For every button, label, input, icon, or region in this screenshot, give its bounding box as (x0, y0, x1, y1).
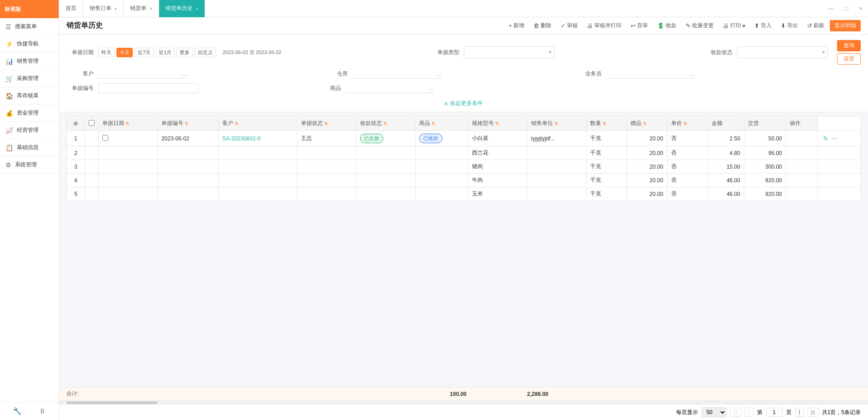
date-7days[interactable]: 近7天 (135, 48, 154, 57)
tab-sales-history-close[interactable]: × (196, 6, 198, 11)
date-1month[interactable]: 近1月 (156, 48, 175, 57)
horizontal-scrollbar[interactable] (59, 400, 868, 404)
tab-sales-goods-close[interactable]: × (149, 6, 152, 11)
per-page-select[interactable]: 50 100 (702, 407, 727, 417)
query-button[interactable]: 查询 (837, 40, 861, 51)
row-doc-num (218, 146, 297, 160)
sidebar-item-label: 搜索菜单 (15, 23, 37, 30)
date-custom[interactable]: 自定义 (195, 48, 216, 57)
doc-type-input[interactable] (467, 48, 549, 57)
sidebar-item-sales-mgmt[interactable]: 📊 销售管理 (0, 53, 59, 70)
tab-home[interactable]: 首页 (59, 0, 83, 17)
tab-sales-order-close[interactable]: × (114, 6, 117, 11)
sidebar-item-system-mgmt[interactable]: ⚙ 系统管理 (0, 156, 59, 174)
row-gift: 否 (667, 187, 707, 201)
col-doc-status[interactable]: 单据状态⇅ (297, 116, 356, 131)
col-payment-status[interactable]: 收款状态⇅ (356, 116, 415, 131)
tab-sales-history[interactable]: 销货单历史 × (159, 0, 205, 17)
basic-info-icon: 📋 (5, 144, 13, 151)
batch-change-button[interactable]: ✎ 批量变更 (682, 20, 717, 31)
row-doc-num (218, 187, 297, 201)
delete-button[interactable]: 🗑 删除 (530, 20, 555, 31)
col-customer[interactable]: 客户⇅ (218, 116, 297, 131)
row-checkbox[interactable] (102, 135, 108, 141)
date-more[interactable]: 更多 (176, 48, 193, 57)
sidebar-bottom-icon2[interactable]: ⏸ (39, 407, 46, 415)
page-num-input[interactable]: 1 (766, 408, 783, 417)
tab-window-x[interactable]: × (853, 0, 868, 17)
tab-sales-goods[interactable]: 销货单 × (124, 0, 159, 17)
date-today[interactable]: 今天 (116, 48, 133, 57)
row-num: 2 (67, 146, 85, 160)
col-unit[interactable]: 销售单位⇅ (527, 116, 586, 131)
row-settings-cell (85, 131, 99, 146)
sidebar-item-operations[interactable]: 📈 经营管理 (0, 122, 59, 139)
col-settings[interactable]: ⚙ (67, 116, 85, 131)
warehouse-input[interactable] (352, 69, 434, 78)
abandon-button[interactable]: ↩ 弃审 (627, 20, 652, 31)
sidebar-item-finance[interactable]: 💰 资金管理 (0, 105, 59, 122)
sidebar-item-quick-nav[interactable]: ⚡ 快捷导航 (0, 35, 59, 53)
doc-num-link[interactable]: SA-20230602-0 (222, 135, 261, 142)
audit-button[interactable]: ✓ 审核 (557, 20, 582, 31)
col-gift[interactable]: 赠品⇅ (627, 116, 667, 131)
export-button[interactable]: ⬇ 导出 (777, 20, 802, 31)
product-input[interactable] (346, 84, 427, 93)
page-last-btn[interactable]: ⟩⟩ (808, 408, 818, 417)
sort-icon: ⇅ (554, 121, 558, 126)
sidebar-item-basic-info[interactable]: 📋 基础信息 (0, 139, 59, 156)
sidebar-item-inventory[interactable]: 🏠 库存核算 (0, 87, 59, 105)
page-next-btn[interactable]: ⟩ (795, 408, 804, 417)
content-area: 销货单历史 + 新增 🗑 删除 ✓ 审核 🖨 审核并打印 ↩ 弃审 (59, 17, 868, 420)
product-dots[interactable]: ... (429, 85, 435, 92)
show-details-button[interactable]: 显示明细 (830, 20, 861, 31)
page-first-btn[interactable]: ⟨⟨ (730, 408, 741, 417)
sidebar-item-search-menu[interactable]: ☰ 搜索菜单 (0, 18, 59, 35)
doc-num-input[interactable] (98, 83, 198, 93)
salesperson-input[interactable] (606, 69, 688, 78)
salesperson-dots[interactable]: ... (690, 70, 695, 77)
date-range-text: 2023-06-02 至 2023-06-02 (222, 49, 281, 56)
print-button[interactable]: 🖨 打印 ▾ (719, 20, 749, 31)
import-button[interactable]: ⬆ 导入 (751, 20, 775, 31)
row-payment-status: 已收款 (415, 131, 468, 146)
print-icon: 🖨 (723, 22, 729, 29)
row-amount: 920.00 (744, 174, 786, 187)
customer-dots[interactable]: ... (182, 70, 187, 77)
col-spec[interactable]: 规格型号⇅ (468, 116, 527, 131)
warehouse-dots[interactable]: ... (436, 70, 442, 77)
sidebar-bottom-icon1[interactable]: 🔧 (13, 407, 22, 415)
per-page-label: 每页显示 (676, 409, 698, 416)
sidebar-item-purchase-mgmt[interactable]: 🛒 采购管理 (0, 70, 59, 87)
col-qty[interactable]: 数量⇅ (586, 116, 627, 131)
audit-print-button[interactable]: 🖨 审核并打印 (583, 20, 625, 31)
tab-window-maximize[interactable]: □ (839, 0, 854, 17)
col-product[interactable]: 商品⇅ (415, 116, 468, 131)
row-checkbox-cell (99, 174, 158, 187)
row-gift: 否 (667, 146, 707, 160)
sidebar-item-label: 库存核算 (17, 92, 39, 100)
settings-button[interactable]: 设置 (837, 53, 861, 65)
customer-input[interactable] (98, 69, 180, 78)
sidebar-bottom: 🔧 ⏸ (0, 402, 59, 420)
collapse-filter-button[interactable]: ∧ 收起更多条件 (66, 98, 861, 109)
collect-button[interactable]: 💲 收款 (653, 20, 680, 31)
footer-total-amount: 2,286.00 (512, 391, 548, 397)
payment-status-input[interactable] (740, 48, 822, 57)
col-doc-date[interactable]: 单据日期⇅ (99, 116, 158, 131)
page-prev-btn[interactable]: ⟨ (745, 408, 753, 417)
col-doc-num[interactable]: 单据编号⇅ (157, 116, 218, 131)
collapse-icon: ∧ (444, 100, 448, 107)
tab-sales-order[interactable]: 销售订单 × (83, 0, 124, 17)
row-checkbox-cell (99, 131, 158, 146)
more-btn[interactable]: ⋯ (830, 135, 839, 142)
tab-window-close[interactable]: — (823, 0, 839, 17)
new-button[interactable]: + 新增 (505, 20, 528, 31)
date-yesterday[interactable]: 昨天 (98, 48, 115, 57)
refresh-button[interactable]: ↺ 刷新 (803, 20, 828, 31)
row-doc-date (157, 174, 218, 187)
select-all-checkbox[interactable] (89, 120, 95, 126)
edit-btn[interactable]: ✎ (822, 135, 830, 142)
col-unit-price[interactable]: 单价⇅ (667, 116, 707, 131)
scrollbar-thumb[interactable] (66, 401, 157, 404)
